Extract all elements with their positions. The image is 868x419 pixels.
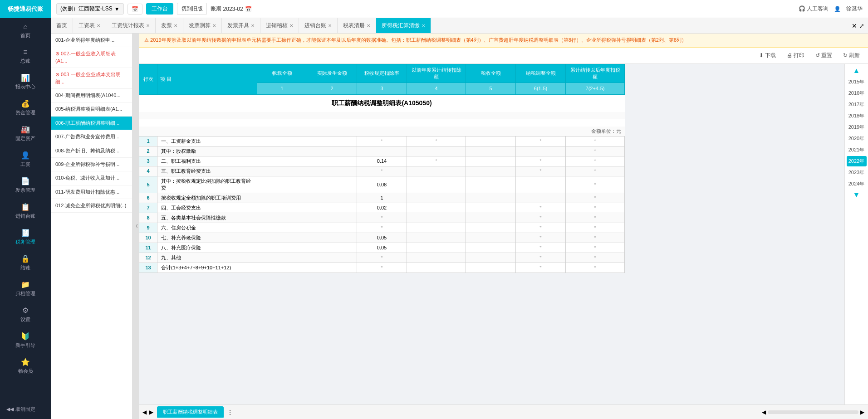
cell-f[interactable]: * bbox=[407, 136, 466, 146]
cell-d[interactable] bbox=[307, 213, 357, 223]
list-item-010[interactable]: 010-免税、减计收入及加计... bbox=[51, 171, 132, 185]
list-item-001[interactable]: 001-企业所得年度纳税申... bbox=[51, 34, 132, 47]
list-item-003[interactable]: 003-一般企业业成本支出明细... bbox=[51, 68, 132, 89]
year-nav-up[interactable]: ▲ bbox=[852, 66, 861, 76]
cell-h[interactable]: * bbox=[516, 263, 566, 273]
year-2019[interactable]: 2019年 bbox=[847, 122, 867, 132]
tab-invoice-open[interactable]: 发票开具 ✕ bbox=[222, 18, 260, 33]
cancel-fixed-btn[interactable]: ◀◀ 取消固定 bbox=[5, 404, 46, 414]
cell-e[interactable]: 0.02 bbox=[357, 203, 407, 213]
cell-d[interactable] bbox=[307, 243, 357, 253]
list-item-005[interactable]: 005-纳税调整项目明细表(A1... bbox=[51, 102, 132, 116]
sidebar-item-new-guide[interactable]: 🔰 新手引导 bbox=[0, 327, 51, 353]
cell-i[interactable]: * bbox=[566, 156, 625, 166]
tab-invoice-calc[interactable]: 发票测算 ✕ bbox=[183, 18, 222, 33]
cell-i[interactable]: * bbox=[566, 166, 625, 176]
year-2022[interactable]: 2022年 bbox=[847, 156, 867, 166]
list-item-007[interactable]: 007-广告费和业务宣传费用... bbox=[51, 130, 132, 144]
sidebar-item-general-ledger[interactable]: ≡ 总账 bbox=[0, 44, 51, 69]
sidebar-item-member[interactable]: ⭐ 畅会员 bbox=[0, 353, 51, 379]
cell-i[interactable]: * bbox=[566, 136, 625, 146]
cell-f[interactable]: * bbox=[407, 156, 466, 166]
year-2018[interactable]: 2018年 bbox=[847, 111, 867, 121]
cell-d[interactable] bbox=[307, 203, 357, 213]
sidebar-item-report-center[interactable]: 📊 报表中心 bbox=[0, 69, 51, 95]
year-2015[interactable]: 2015年 bbox=[847, 77, 867, 87]
sidebar-item-invoice-mgmt[interactable]: 📄 发票管理 bbox=[0, 172, 51, 198]
cell-e[interactable]: 1 bbox=[357, 193, 407, 203]
cell-g[interactable] bbox=[466, 176, 516, 193]
cell-f[interactable] bbox=[407, 223, 466, 233]
cell-c[interactable] bbox=[257, 233, 307, 243]
cell-c[interactable] bbox=[257, 193, 307, 203]
cell-c[interactable] bbox=[257, 203, 307, 213]
cell-g[interactable] bbox=[466, 146, 516, 156]
cell-c[interactable] bbox=[257, 176, 307, 193]
close-icon[interactable]: ✕ bbox=[97, 23, 100, 28]
cell-h[interactable]: * bbox=[516, 233, 566, 243]
sidebar-item-sales-ledger[interactable]: 📋 进销台账 bbox=[0, 198, 51, 224]
cell-f[interactable] bbox=[407, 243, 466, 253]
list-item-011[interactable]: 011-研发费用加计扣除优惠... bbox=[51, 185, 132, 199]
cell-d[interactable] bbox=[307, 263, 357, 273]
tab-tax-clear[interactable]: 税表清册 ✕ bbox=[338, 18, 376, 33]
list-item-008[interactable]: 008-资产折旧、摊销及纳税... bbox=[51, 144, 132, 158]
year-2017[interactable]: 2017年 bbox=[847, 99, 867, 110]
cell-c[interactable] bbox=[257, 213, 307, 223]
cell-d[interactable] bbox=[307, 136, 357, 146]
list-item-006[interactable]: 006-职工薪酬纳税调整明细... bbox=[51, 117, 132, 130]
cell-c[interactable] bbox=[257, 223, 307, 233]
cell-h[interactable]: * bbox=[516, 253, 566, 263]
cell-c[interactable] bbox=[257, 253, 307, 263]
cell-c[interactable] bbox=[257, 136, 307, 146]
cell-c[interactable] bbox=[257, 166, 307, 176]
tab-invoice[interactable]: 发票 ✕ bbox=[156, 18, 183, 33]
cell-h[interactable] bbox=[516, 193, 566, 203]
cell-g[interactable] bbox=[466, 156, 516, 166]
cell-i[interactable]: * bbox=[566, 176, 625, 193]
cell-i[interactable]: * bbox=[566, 223, 625, 233]
cell-f[interactable] bbox=[407, 233, 466, 243]
list-item-009[interactable]: 009-企业所得税弥补亏损明... bbox=[51, 158, 132, 171]
workbench-btn[interactable]: 工作台 bbox=[146, 3, 173, 15]
cell-g[interactable] bbox=[466, 263, 516, 273]
cell-e[interactable]: * bbox=[357, 223, 407, 233]
support-btn[interactable]: 🎧 人工客询 bbox=[799, 5, 829, 13]
close-icon[interactable]: ✕ bbox=[328, 23, 332, 28]
tab-in-ledger[interactable]: 进销台账 ✕ bbox=[299, 18, 338, 33]
cell-g[interactable] bbox=[466, 223, 516, 233]
cell-h[interactable] bbox=[516, 176, 566, 193]
maximize-icon[interactable]: ⤢ bbox=[859, 22, 864, 29]
tab-income-tax[interactable]: 所得税汇算清缴 ✕ bbox=[376, 18, 431, 33]
cell-g[interactable] bbox=[466, 193, 516, 203]
cell-e[interactable]: * bbox=[357, 166, 407, 176]
sheet-tab-salary[interactable]: 职工薪酬纳税调整明细表 bbox=[157, 406, 224, 418]
cell-f[interactable] bbox=[407, 203, 466, 213]
cell-h[interactable]: * bbox=[516, 243, 566, 253]
calendar-btn[interactable]: 📅 bbox=[128, 4, 142, 15]
cell-e[interactable]: * bbox=[357, 263, 407, 273]
cell-g[interactable] bbox=[466, 203, 516, 213]
cell-h[interactable]: * bbox=[516, 223, 566, 233]
cell-e[interactable] bbox=[357, 146, 407, 156]
refresh-btn[interactable]: ↻ 刷新 bbox=[840, 50, 863, 61]
cell-e[interactable]: * bbox=[357, 253, 407, 263]
cell-d[interactable] bbox=[307, 166, 357, 176]
cell-e[interactable]: 0.14 bbox=[357, 156, 407, 166]
cell-d[interactable] bbox=[307, 223, 357, 233]
horizontal-scrollbar[interactable] bbox=[768, 410, 858, 414]
tab-payroll[interactable]: 工资表 ✕ bbox=[73, 18, 106, 33]
sidebar-item-settings[interactable]: ⚙ 设置 bbox=[0, 302, 51, 327]
cell-d[interactable] bbox=[307, 156, 357, 166]
cell-c[interactable] bbox=[257, 263, 307, 273]
sidebar-item-fixed-assets[interactable]: 🏭 固定资产 bbox=[0, 121, 51, 146]
sidebar-item-close-period[interactable]: 🔒 结账 bbox=[0, 250, 51, 276]
cell-i[interactable]: * bbox=[566, 146, 625, 156]
collapse-panel-btn[interactable]: 《 bbox=[132, 34, 139, 419]
download-btn[interactable]: ⬇ 下载 bbox=[756, 50, 779, 61]
cell-g[interactable] bbox=[466, 253, 516, 263]
cell-h[interactable]: * bbox=[516, 213, 566, 223]
sidebar-item-payroll[interactable]: 👤 工资 bbox=[0, 146, 51, 172]
close-icon[interactable]: ✕ bbox=[174, 23, 177, 28]
cell-i[interactable]: * bbox=[566, 243, 625, 253]
